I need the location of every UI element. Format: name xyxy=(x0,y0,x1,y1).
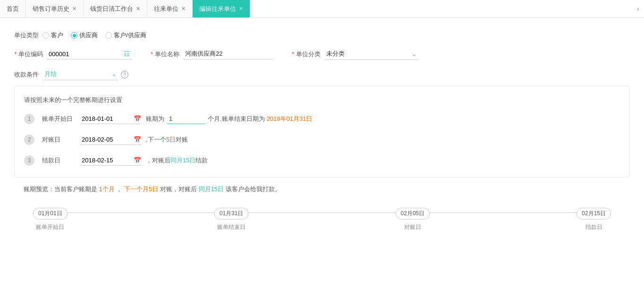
radio-customer-circle xyxy=(42,32,49,39)
timeline-item-1: 01月31日 账单结束日 xyxy=(214,208,249,231)
preview-label: 账期预览：当前客户账期是 xyxy=(24,186,97,193)
unit-code-input-wrap: ☷ xyxy=(47,49,132,59)
step-1-date-input[interactable] xyxy=(80,114,134,124)
tab-cash-work-bench-close-icon[interactable]: ✕ xyxy=(136,6,140,12)
step-2-row: 2 对账日 📅 ,下一个 5日 对账 xyxy=(24,135,620,145)
step-2-date-input[interactable] xyxy=(80,135,134,144)
tab-sales-order-label: 销售订单历史 xyxy=(33,5,69,13)
step-3-calendar-icon[interactable]: 📅 xyxy=(134,157,141,164)
step-2-hint-suffix: 对账 xyxy=(176,135,188,144)
timeline-node-label-1: 账单结束日 xyxy=(217,223,246,231)
timeline-node-label-0: 账单开始日 xyxy=(36,223,64,231)
unit-type-row: 单位类型 客户 供应商 客户/供应商 xyxy=(14,31,630,40)
step-1-calendar-icon[interactable]: 📅 xyxy=(134,115,141,122)
payment-terms-row: 收款条件 月结 ⌄ ? xyxy=(14,68,630,80)
tab-cash-work-bench[interactable]: 钱货日清工作台 ✕ xyxy=(84,0,147,17)
timeline-node-label-3: 结款日 xyxy=(585,223,602,231)
step-1-period-wrap xyxy=(167,114,205,124)
step-3-date-input[interactable] xyxy=(80,155,134,165)
unit-type-label: 单位类型 xyxy=(14,31,39,40)
step-1-period-unit: 个月,账单结束日期为 xyxy=(208,115,265,123)
radio-customer-supplier-label: 客户/供应商 xyxy=(114,31,146,40)
radio-customer-label: 客户 xyxy=(51,31,63,40)
settings-box: 请按照未来的一个完整帐期进行设置 1 账单开始日 📅 账期为 个月,账单结束日期… xyxy=(14,86,630,177)
help-icon[interactable]: ? xyxy=(121,71,128,78)
preview-section: 账期预览：当前客户账期是 1个月 ， 下一个月5日 对账，对账后 同月15日 该… xyxy=(14,177,630,236)
step-2-num: 2 xyxy=(24,135,34,145)
radio-customer-supplier[interactable]: 客户/供应商 xyxy=(105,31,146,40)
preview-part2: ， xyxy=(116,186,122,193)
tab-partner-unit-label: 往来单位 xyxy=(154,5,178,13)
unit-code-required: * xyxy=(14,51,17,58)
step-1-end-date: 2018年01月31日 xyxy=(267,115,313,123)
step-2-hint-highlight: 5日 xyxy=(166,135,176,144)
unit-type-group: 单位类型 客户 供应商 客户/供应商 xyxy=(14,31,146,40)
tab-edit-partner-unit-label: 编辑往来单位 xyxy=(199,5,236,13)
unit-code-input[interactable] xyxy=(47,49,122,59)
tab-sales-order-close-icon[interactable]: ✕ xyxy=(72,6,76,12)
payment-terms-value: 月结 xyxy=(44,70,111,78)
tab-partner-unit[interactable]: 往来单位 ✕ xyxy=(147,0,193,17)
unit-code-icon[interactable]: ☷ xyxy=(122,50,132,58)
step-3-date-wrap: 📅 xyxy=(80,155,141,166)
tab-partner-unit-close-icon[interactable]: ✕ xyxy=(181,6,186,12)
unit-category-select[interactable]: 未分类 ⌄ xyxy=(324,48,419,60)
step-2-label: 对账日 xyxy=(42,135,75,144)
tab-cash-work-bench-label: 钱货日清工作台 xyxy=(90,5,133,13)
payment-terms-group: 收款条件 月结 ⌄ ? xyxy=(14,68,128,80)
step-1-label: 账单开始日 xyxy=(42,115,75,123)
step-1-row: 1 账单开始日 📅 账期为 个月,账单结束日期为 2018年01月31日 xyxy=(24,114,620,124)
tab-home-label: 首页 xyxy=(7,5,19,13)
unit-name-label: 单位名称 xyxy=(155,50,179,59)
tab-sales-order-history[interactable]: 销售订单历史 ✕ xyxy=(26,0,84,17)
step-3-label: 结款日 xyxy=(42,156,75,165)
timeline-item-2: 02月05日 对账日 xyxy=(396,208,430,231)
timeline-wrap: 01月01日 账单开始日 01月31日 账单结束日 02月05日 对账日 02月… xyxy=(24,203,620,236)
preview-part6: 该客户会给我打款。 xyxy=(226,186,281,193)
radio-supplier[interactable]: 供应商 xyxy=(71,31,98,40)
unit-code-label: 单位编码 xyxy=(18,50,43,59)
unit-name-required: * xyxy=(151,51,153,58)
timeline-node-label-2: 对账日 xyxy=(404,223,421,231)
unit-category-value: 未分类 xyxy=(326,50,412,58)
unit-category-group: * 单位分类 未分类 ⌄ xyxy=(292,48,419,60)
timeline-items: 01月01日 账单开始日 01月31日 账单结束日 02月05日 对账日 02月… xyxy=(33,208,611,231)
tab-edit-partner-unit[interactable]: 编辑往来单位 ✕ xyxy=(193,0,250,17)
tab-home[interactable]: 首页 xyxy=(0,0,26,17)
main-content: 单位类型 客户 供应商 客户/供应商 * 单位编码 xyxy=(0,18,644,287)
tab-edit-partner-unit-close-icon[interactable]: ✕ xyxy=(239,6,243,12)
preview-part3: 下一个月5日 xyxy=(124,186,158,193)
settings-box-title: 请按照未来的一个完整帐期进行设置 xyxy=(24,96,620,104)
timeline-item-3: 02月15日 结款日 xyxy=(576,208,611,231)
tab-expand-button[interactable]: › xyxy=(632,0,644,17)
unit-category-label: 单位分类 xyxy=(296,50,321,59)
timeline-item-0: 01月01日 账单开始日 xyxy=(33,208,68,231)
unit-code-group: * 单位编码 ☷ xyxy=(14,49,132,59)
preview-part5: 同月15日 xyxy=(199,186,224,193)
step-2-date-wrap: 📅 xyxy=(80,135,141,145)
unit-name-input[interactable] xyxy=(183,49,273,59)
step-2-hint-prefix: ,下一个 xyxy=(146,135,166,144)
preview-part4: 对账，对账后 xyxy=(160,186,197,193)
unit-name-group: * 单位名称 xyxy=(151,49,273,59)
step-3-row: 3 结款日 📅 ，对账后 同月15日 结款 xyxy=(24,155,620,166)
unit-type-radio-group: 客户 供应商 客户/供应商 xyxy=(42,31,146,40)
preview-part1: 1个月 xyxy=(99,186,115,193)
payment-terms-select[interactable]: 月结 ⌄ xyxy=(42,68,118,80)
step-2-calendar-icon[interactable]: 📅 xyxy=(134,136,141,143)
unit-info-row: * 单位编码 ☷ * 单位名称 * 单位分类 未分类 ⌄ xyxy=(14,48,630,60)
step-3-num: 3 xyxy=(24,155,34,166)
step-3-hint-suffix: 结款 xyxy=(195,156,208,165)
unit-category-required: * xyxy=(292,51,294,58)
payment-terms-label: 收款条件 xyxy=(14,70,39,79)
radio-supplier-label: 供应商 xyxy=(79,31,98,40)
unit-category-arrow-icon: ⌄ xyxy=(412,51,417,58)
timeline-node-0: 01月01日 xyxy=(33,208,68,219)
radio-customer[interactable]: 客户 xyxy=(42,31,63,40)
timeline-node-1: 01月31日 xyxy=(214,208,249,219)
timeline-node-2: 02月05日 xyxy=(396,208,430,219)
radio-supplier-circle xyxy=(71,32,77,39)
payment-terms-arrow-icon: ⌄ xyxy=(111,71,116,77)
tab-bar: 首页 销售订单历史 ✕ 钱货日清工作台 ✕ 往来单位 ✕ 编辑往来单位 ✕ › xyxy=(0,0,644,18)
preview-text: 账期预览：当前客户账期是 1个月 ， 下一个月5日 对账，对账后 同月15日 该… xyxy=(24,185,620,194)
